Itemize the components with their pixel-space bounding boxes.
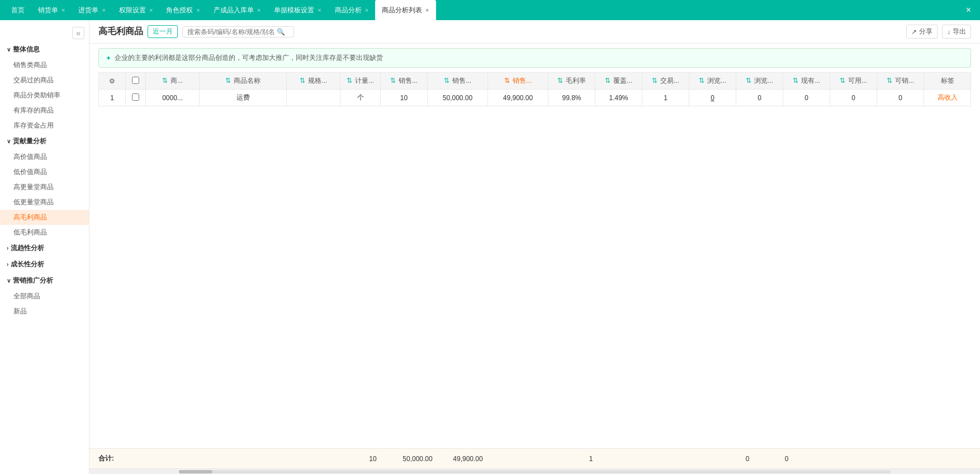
arrow-icon: ∨ [7,278,11,284]
nav-sales[interactable]: 销货单 × [31,0,72,20]
sidebar-group-overall[interactable]: ∨ 整体信息 [0,41,89,58]
sort-icon[interactable]: ⇅ [746,77,751,85]
sidebar-group-flow[interactable]: › 流趋性分析 [0,240,89,256]
nav-products-close[interactable]: × [257,7,261,13]
sort-icon[interactable]: ⇅ [162,77,168,85]
sidebar-group-overall-label: 整体信息 [13,45,40,54]
sort-icon[interactable]: ⇅ [300,77,305,85]
sidebar-item-high-value[interactable]: 高价值商品 [0,149,89,165]
sidebar-item-traded-goods[interactable]: 交易过的商品 [0,73,89,88]
col-header-sellable[interactable]: ⇅ 可销... [877,73,924,90]
sidebar-item-high-margin[interactable]: 高毛利商品 [0,210,89,225]
col-header-sales-amt[interactable]: ⇅ 销售... [428,73,488,90]
nav-analysis[interactable]: 商品分析 × [328,0,375,20]
nav-permission-close[interactable]: × [149,7,153,13]
col-header-browse1[interactable]: ⇅ 浏览... [689,73,736,90]
sort-icon[interactable]: ⇅ [793,77,798,85]
scrollbar-track[interactable] [179,470,891,473]
sort-icon[interactable]: ⇅ [699,77,704,85]
nav-purchase[interactable]: 进货单 × [72,0,112,20]
sort-icon[interactable]: ⇅ [390,77,396,85]
window-close-button[interactable]: × [962,5,976,15]
nav-products[interactable]: 产成品入库单 × [207,0,267,20]
col-header-num: ⚙ [99,73,126,90]
sort-icon[interactable]: ⇅ [652,77,657,85]
col-header-current-stock[interactable]: ⇅ 现有... [783,73,830,90]
sort-icon[interactable]: ⇅ [444,77,449,85]
sort-icon[interactable]: ⇅ [557,77,563,85]
nav-purchase-close[interactable]: × [102,7,105,13]
col-header-unit[interactable]: ⇅ 计量... [340,73,381,90]
cell-spec [287,90,340,106]
share-button[interactable]: ↗ 分享 [906,25,938,39]
sidebar-item-stock-capital[interactable]: 库存资金占用 [0,118,89,133]
sort-icon[interactable]: ⇅ [605,77,610,85]
nav-template-close[interactable]: × [318,7,321,13]
nav-template[interactable]: 单据模板设置 × [267,0,328,20]
sidebar-item-low-value[interactable]: 低价值商品 [0,165,89,180]
select-all-checkbox[interactable] [132,77,139,84]
cell-name: 运费 [200,90,287,106]
col-header-sales-qty[interactable]: ⇅ 销售... [381,73,428,90]
scrollbar-thumb[interactable] [179,470,212,473]
sort-icon[interactable]: ⇅ [347,77,352,85]
col-header-check[interactable] [126,73,146,90]
table-container[interactable]: ⚙ ⇅ 商... ⇅ 商品名称 [89,72,980,448]
browse1-link[interactable]: 0 [711,94,714,102]
sidebar-item-new-goods[interactable]: 新品 [0,304,89,319]
nav-analysis-list[interactable]: 商品分析列表 × [375,0,435,20]
cell-unit: 个 [340,90,381,106]
sidebar-item-all-goods[interactable]: 全部商品 [0,289,89,304]
col-header-coverage[interactable]: ⇅ 覆盖... [595,73,642,90]
sort-icon[interactable]: ⇅ [887,77,892,85]
col-header-spec[interactable]: ⇅ 规格... [287,73,340,90]
time-filter-button[interactable]: 近一月 [148,25,178,38]
sidebar-group-contribution[interactable]: ∨ 贡献量分析 [0,133,89,149]
sidebar-item-low-margin[interactable]: 低毛利商品 [0,225,89,240]
col-header-gross[interactable]: ⇅ 毛利率 [548,73,595,90]
cell-check[interactable] [126,90,146,106]
col-header-code[interactable]: ⇅ 商... [146,73,200,90]
cell-sales-amt: 50,000.00 [428,90,488,106]
cell-browse1[interactable]: 0 [689,90,736,106]
nav-sales-label: 销货单 [38,6,58,15]
sidebar-group-growth[interactable]: › 成长性分析 [0,256,89,273]
sidebar-group-marketing-label: 营销推广分析 [13,276,53,285]
nav-analysis-list-close[interactable]: × [425,7,429,13]
nav-analysis-close[interactable]: × [365,7,368,13]
nav-permission[interactable]: 权限设置 × [112,0,159,20]
sidebar-item-category-assist[interactable]: 商品分类助销率 [0,88,89,103]
export-button[interactable]: ↓ 导出 [942,25,971,39]
sort-icon[interactable]: ⇅ [504,77,510,85]
search-input[interactable] [187,28,277,36]
col-header-available[interactable]: ⇅ 可用... [830,73,877,90]
info-banner: ✦ 企业的主要的利润都是这部分商品创造的，可考虑加大推广，同时关注库存是不要出现… [98,48,971,68]
footer-available: 0 [728,455,767,463]
settings-icon[interactable]: ⚙ [109,77,115,85]
sort-icon[interactable]: ⇅ [840,77,845,85]
search-box[interactable]: 🔍 [182,26,294,37]
sidebar-item-sales-goods[interactable]: 销售类商品 [0,58,89,73]
col-header-trade[interactable]: ⇅ 交易... [642,73,689,90]
nav-home[interactable]: 首页 [4,0,31,20]
horizontal-scrollbar[interactable] [89,468,980,474]
sidebar-collapse-button[interactable]: « [72,27,84,39]
sidebar-group-marketing[interactable]: ∨ 营销推广分析 [0,273,89,289]
nav-role-close[interactable]: × [196,7,200,13]
sidebar-item-low-freq[interactable]: 低更量堂商品 [0,195,89,210]
col-header-name[interactable]: ⇅ 商品名称 [200,73,287,90]
sidebar: « ∨ 整体信息 销售类商品 交易过的商品 商品分类助销率 有库存的商品 库存资… [0,20,89,474]
nav-sales-close[interactable]: × [61,7,65,13]
sort-icon[interactable]: ⇅ [225,77,231,85]
footer-trade: 1 [571,455,610,463]
col-header-sales-cost[interactable]: ⇅ 销售... [488,73,548,90]
sidebar-item-high-freq[interactable]: 高更量堂商品 [0,180,89,195]
nav-role[interactable]: 角色授权 × [159,0,206,20]
cell-code: 0000... [146,90,200,106]
col-header-browse2[interactable]: ⇅ 浏览... [736,73,783,90]
search-icon[interactable]: 🔍 [277,28,285,36]
sidebar-item-stock-goods[interactable]: 有库存的商品 [0,103,89,118]
col-header-tag[interactable]: 标签 [924,73,971,90]
row-checkbox[interactable] [132,93,139,101]
tip-icon: ✦ [106,54,111,62]
